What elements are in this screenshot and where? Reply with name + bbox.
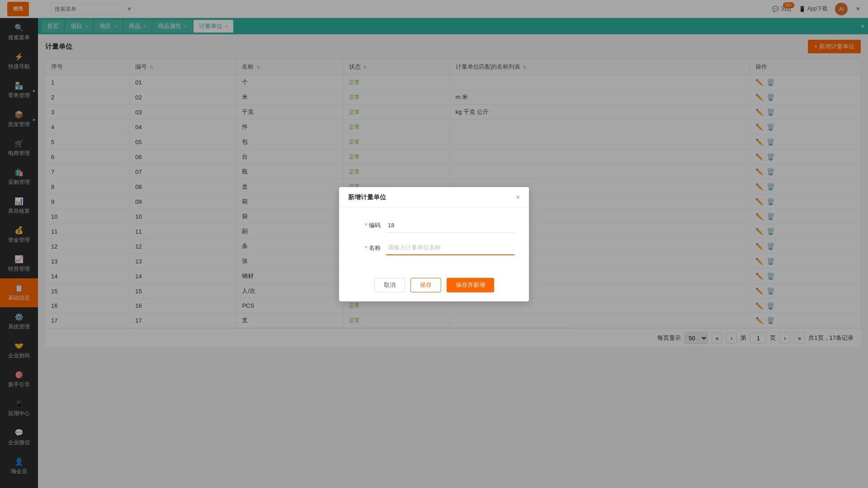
modal-title: 新增计量单位 [348, 193, 386, 202]
save-new-button[interactable]: 保存并新增 [447, 278, 494, 292]
form-row-name: 名称 [354, 241, 514, 255]
modal-body: 编码 名称 [339, 207, 529, 272]
modal-header: 新增计量单位 × [339, 187, 529, 207]
name-label: 名称 [354, 244, 381, 252]
cancel-button[interactable]: 取消 [374, 278, 405, 292]
code-input[interactable] [386, 218, 514, 233]
add-unit-modal: 新增计量单位 × 编码 名称 取消 保存 保存并新增 [339, 187, 529, 301]
code-label: 编码 [354, 221, 381, 230]
modal-footer: 取消 保存 保存并新增 [339, 272, 529, 301]
modal-overlay: 新增计量单位 × 编码 名称 取消 保存 保存并新增 [0, 0, 868, 488]
modal-close-button[interactable]: × [516, 194, 520, 201]
name-input[interactable] [386, 241, 514, 255]
form-row-code: 编码 [354, 218, 514, 233]
save-button[interactable]: 保存 [410, 278, 441, 292]
